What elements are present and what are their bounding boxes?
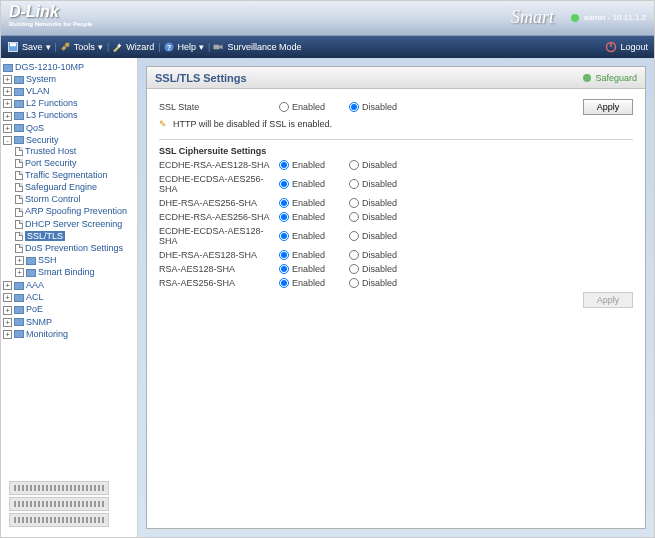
cipher-disabled-option[interactable]: Disabled xyxy=(349,278,419,288)
expand-icon[interactable]: + xyxy=(3,87,12,96)
ssl-enabled-radio[interactable] xyxy=(279,102,289,112)
cipher-enabled-option[interactable]: Enabled xyxy=(279,179,349,189)
tree-root[interactable]: DGS-1210-10MP xyxy=(3,61,137,73)
apply-button[interactable]: Apply xyxy=(583,99,633,115)
ssl-disabled-radio[interactable] xyxy=(349,102,359,112)
cipher-enabled-option[interactable]: Enabled xyxy=(279,278,349,288)
collapse-icon[interactable]: - xyxy=(3,136,12,145)
switch-stack-graphic xyxy=(9,481,129,529)
cipher-enabled-option[interactable]: Enabled xyxy=(279,264,349,274)
tree-system[interactable]: +System xyxy=(3,73,137,85)
cipher-disabled-option[interactable]: Disabled xyxy=(349,250,419,260)
tree-l3[interactable]: +L3 Functions xyxy=(3,109,137,121)
cipher-enabled-radio[interactable] xyxy=(279,160,289,170)
expand-icon[interactable]: + xyxy=(3,318,12,327)
page-icon xyxy=(15,208,23,217)
tree-poe[interactable]: +PoE xyxy=(3,303,137,315)
tree-qos[interactable]: +QoS xyxy=(3,122,137,134)
cipher-enabled-radio[interactable] xyxy=(279,231,289,241)
tree-arp[interactable]: ARP Spoofing Prevention xyxy=(15,205,137,217)
expand-icon[interactable]: + xyxy=(3,293,12,302)
cipher-enabled-radio[interactable] xyxy=(279,179,289,189)
menu-wizard[interactable]: Wizard xyxy=(111,41,154,53)
menu-surveillance[interactable]: Surveillance Mode xyxy=(212,41,301,53)
tree-monitoring[interactable]: +Monitoring xyxy=(3,328,137,340)
page-icon xyxy=(15,183,23,192)
cipher-enabled-option[interactable]: Enabled xyxy=(279,250,349,260)
cipher-disabled-radio[interactable] xyxy=(349,212,359,222)
menu-save[interactable]: Save ▾ xyxy=(7,41,51,53)
cipher-row: DHE-RSA-AES256-SHAEnabledDisabled xyxy=(159,198,633,208)
expand-icon[interactable]: + xyxy=(3,281,12,290)
cipher-disabled-option[interactable]: Disabled xyxy=(349,198,419,208)
user-info: admin - 10.11.1.2 xyxy=(571,13,647,22)
tree-storm[interactable]: Storm Control xyxy=(15,193,137,205)
tree-snmp[interactable]: +SNMP xyxy=(3,316,137,328)
cipher-enabled-radio[interactable] xyxy=(279,250,289,260)
cipher-enabled-option[interactable]: Enabled xyxy=(279,231,349,241)
cipher-disabled-radio[interactable] xyxy=(349,278,359,288)
cipher-disabled-radio[interactable] xyxy=(349,198,359,208)
panel-body: SSL State Enabled Disabled Apply ✎ HTTP … xyxy=(147,89,645,322)
expand-icon[interactable]: + xyxy=(3,124,12,133)
tree-ssl[interactable]: SSL/TLS xyxy=(15,230,137,242)
page-icon xyxy=(15,220,23,229)
cipher-disabled-radio[interactable] xyxy=(349,179,359,189)
tree-safeguard[interactable]: Safeguard Engine xyxy=(15,181,137,193)
cipher-disabled-option[interactable]: Disabled xyxy=(349,231,419,241)
cipher-disabled-option[interactable]: Disabled xyxy=(349,179,419,189)
svg-rect-1 xyxy=(10,43,16,46)
cipher-disabled-option[interactable]: Disabled xyxy=(349,212,419,222)
pencil-icon: ✎ xyxy=(159,119,169,129)
cipher-row: DHE-RSA-AES128-SHAEnabledDisabled xyxy=(159,250,633,260)
tree-l2[interactable]: +L2 Functions xyxy=(3,97,137,109)
app-root: D-Link Building Networks for People Smar… xyxy=(0,0,655,538)
cipher-enabled-radio[interactable] xyxy=(279,264,289,274)
cipher-list: ECDHE-RSA-AES128-SHAEnabledDisabledECDHE… xyxy=(159,160,633,288)
expand-icon[interactable]: + xyxy=(15,256,24,265)
cipher-disabled-radio[interactable] xyxy=(349,250,359,260)
wrench-icon xyxy=(59,41,71,53)
cipher-disabled-radio[interactable] xyxy=(349,160,359,170)
cipher-disabled-radio[interactable] xyxy=(349,264,359,274)
tree-smart-binding[interactable]: +Smart Binding xyxy=(15,266,137,278)
expand-icon[interactable]: + xyxy=(3,306,12,315)
cipher-disabled-option[interactable]: Disabled xyxy=(349,264,419,274)
tree-traffic-seg[interactable]: Traffic Segmentation xyxy=(15,169,137,181)
sidebar: DGS-1210-10MP +System +VLAN +L2 Function… xyxy=(1,58,138,537)
cipher-enabled-option[interactable]: Enabled xyxy=(279,160,349,170)
tree-ssh[interactable]: +SSH xyxy=(15,254,137,266)
expand-icon[interactable]: + xyxy=(3,75,12,84)
tree-acl[interactable]: +ACL xyxy=(3,291,137,303)
cipher-enabled-option[interactable]: Enabled xyxy=(279,198,349,208)
tree-vlan[interactable]: +VLAN xyxy=(3,85,137,97)
ssl-enabled-option[interactable]: Enabled xyxy=(279,102,349,112)
menu-help[interactable]: ? Help ▾ xyxy=(163,41,205,53)
cipher-enabled-radio[interactable] xyxy=(279,212,289,222)
tree-aaa[interactable]: +AAA xyxy=(3,279,137,291)
cipher-name: ECDHE-RSA-AES256-SHA xyxy=(159,212,279,222)
expand-icon[interactable]: + xyxy=(3,99,12,108)
folder-icon xyxy=(14,76,24,84)
ssl-disabled-option[interactable]: Disabled xyxy=(349,102,419,112)
cipher-row: ECDHE-RSA-AES256-SHAEnabledDisabled xyxy=(159,212,633,222)
menu-tools[interactable]: Tools ▾ xyxy=(59,41,103,53)
tree-security[interactable]: -Security Trusted Host Port Security Tra… xyxy=(3,134,137,280)
cipher-name: ECDHE-RSA-AES128-SHA xyxy=(159,160,279,170)
cipher-enabled-radio[interactable] xyxy=(279,278,289,288)
cipher-disabled-radio[interactable] xyxy=(349,231,359,241)
tree-dos[interactable]: DoS Prevention Settings xyxy=(15,242,137,254)
menu-logout[interactable]: Logout xyxy=(605,41,648,53)
safeguard-badge: Safeguard xyxy=(583,73,637,83)
cipher-enabled-radio[interactable] xyxy=(279,198,289,208)
expand-icon[interactable]: + xyxy=(3,112,12,121)
divider xyxy=(159,139,633,140)
expand-icon[interactable]: + xyxy=(15,268,24,277)
cipher-enabled-option[interactable]: Enabled xyxy=(279,212,349,222)
tree-dhcp[interactable]: DHCP Server Screening xyxy=(15,218,137,230)
tree-port-security[interactable]: Port Security xyxy=(15,157,137,169)
tree-trusted-host[interactable]: Trusted Host xyxy=(15,145,137,157)
cipher-name: DHE-RSA-AES128-SHA xyxy=(159,250,279,260)
cipher-disabled-option[interactable]: Disabled xyxy=(349,160,419,170)
expand-icon[interactable]: + xyxy=(3,330,12,339)
